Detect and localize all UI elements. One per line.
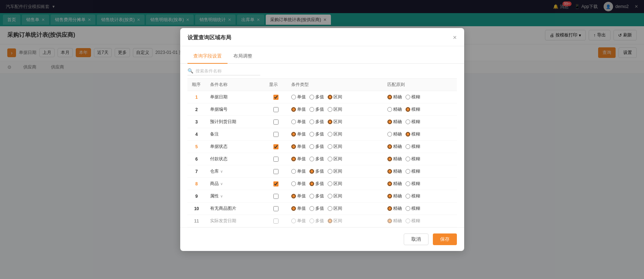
tab-query-fields[interactable]: 查询字段设置 (187, 51, 228, 64)
search-input[interactable] (195, 68, 254, 74)
settings-dialog: 设置查询区域布局 × 查询字段设置 布局调整 🔍 顺序 (180, 28, 464, 74)
dialog-search-area: 🔍 (180, 64, 464, 74)
search-icon: 🔍 (187, 68, 193, 74)
dialog-title: 设置查询区域布局 (187, 34, 231, 41)
dialog-overlay: 设置查询区域布局 × 查询字段设置 布局调整 🔍 顺序 (0, 0, 644, 74)
tab-layout[interactable]: 布局调整 (228, 51, 258, 64)
dialog-header: 设置查询区域布局 × (180, 28, 464, 46)
dialog-tabs: 查询字段设置 布局调整 (180, 46, 464, 64)
dialog-close-btn[interactable]: × (453, 34, 457, 42)
search-wrap: 🔍 (187, 68, 260, 74)
